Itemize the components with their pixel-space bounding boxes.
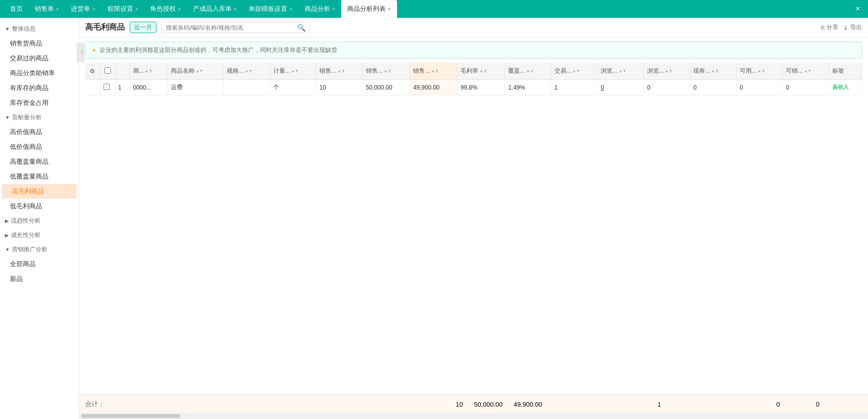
share-button[interactable]: ⎘ 分享: [821, 23, 838, 32]
nav-roles[interactable]: 角色授权 ×: [144, 0, 187, 18]
sort-sales-qty[interactable]: ▲▼: [337, 69, 345, 73]
sidebar-item-low-coverage[interactable]: 低覆盖量商品: [0, 169, 79, 184]
nav-home[interactable]: 首页: [4, 0, 29, 18]
col-coverage[interactable]: 覆盖... ▲▼: [505, 63, 551, 80]
nav-product-analysis[interactable]: 商品分析 ×: [299, 0, 341, 18]
content-area: 高毛利商品 近一月 🔍 ⎘ 分享 ⤓ 导出 ✦ 企业的主要的利润都是这部分商品创…: [79, 18, 868, 419]
col-checkbox[interactable]: [100, 63, 115, 80]
col-transaction[interactable]: 交易... ▲▼: [551, 63, 597, 80]
sidebar-item-traded-goods[interactable]: 交易过的商品: [0, 51, 79, 66]
sort-code[interactable]: ▲▼: [145, 69, 153, 73]
col-sales-profit[interactable]: 销售... ▲▼: [410, 63, 458, 80]
col-code[interactable]: 商... ▲▼: [130, 63, 167, 80]
nav-close-roles[interactable]: ×: [178, 6, 181, 12]
sort-unit[interactable]: ▲▼: [291, 69, 299, 73]
arrow-growth: ▶: [5, 233, 9, 238]
nav-close-permissions[interactable]: ×: [135, 6, 138, 12]
col-name[interactable]: 商品名称 ▲▼: [167, 63, 224, 80]
arrow-marketing: ▼: [5, 247, 10, 252]
sidebar-item-all-goods[interactable]: 全部商品: [0, 257, 79, 272]
sidebar-group-marketing[interactable]: ▼ 营销推广分析: [0, 242, 79, 257]
sort-available-stock[interactable]: ▲▼: [758, 69, 766, 73]
sort-browse2[interactable]: ▲▼: [665, 69, 673, 73]
sidebar-item-new-goods[interactable]: 新品: [0, 272, 79, 286]
nav-product-analysis-list[interactable]: 商品分析列表 ×: [341, 0, 397, 18]
sort-current-stock[interactable]: ▲▼: [711, 69, 719, 73]
scroll-thumb[interactable]: [81, 414, 180, 418]
sort-coverage[interactable]: ▲▼: [526, 69, 534, 73]
table-cell: 99.8%: [458, 80, 505, 95]
col-settings[interactable]: ⚙: [85, 63, 100, 80]
table-cell: 1: [115, 80, 130, 95]
share-icon: ⎘: [821, 24, 824, 31]
sidebar-item-sales-goods[interactable]: 销售货商品: [0, 36, 79, 51]
col-sales-amount[interactable]: 销售... ▲▼: [362, 63, 410, 80]
nav-product-inbound[interactable]: 产成品入库单 ×: [187, 0, 243, 18]
sidebar-collapse-button[interactable]: 《: [77, 43, 85, 62]
page-title: 高毛利商品: [85, 22, 125, 33]
sort-gross-margin[interactable]: ▲▼: [479, 69, 487, 73]
content-header: 高毛利商品 近一月 🔍 ⎘ 分享 ⤓ 导出: [79, 18, 868, 38]
col-browse1[interactable]: 浏览... ▲▼: [598, 63, 644, 80]
nav-permissions[interactable]: 权限设置 ×: [102, 0, 144, 18]
sidebar-item-stock-capital[interactable]: 库存资金占用: [0, 95, 79, 110]
nav-sales[interactable]: 销售单 ×: [29, 0, 65, 18]
table-cell: 高收入: [829, 80, 862, 95]
search-input[interactable]: [166, 24, 297, 31]
sidebar-item-low-value[interactable]: 低价值商品: [0, 140, 79, 154]
footer-sales-profit: 49,900.00: [506, 401, 545, 408]
sidebar-item-low-margin[interactable]: 低毛利商品: [0, 199, 79, 214]
sort-sales-profit[interactable]: ▲▼: [431, 69, 439, 73]
col-sellable-stock[interactable]: 可销... ▲▼: [783, 63, 829, 80]
table-cell: 49,900.00: [410, 80, 458, 95]
horizontal-scrollbar[interactable]: [79, 413, 868, 419]
footer-transaction: 1: [624, 401, 664, 408]
col-browse2[interactable]: 浏览... ▲▼: [644, 63, 690, 80]
export-button[interactable]: ⤓ 导出: [843, 23, 862, 32]
table-cell: [100, 80, 115, 95]
sidebar-item-category-rate[interactable]: 商品分类助销率: [0, 66, 79, 81]
sort-name[interactable]: ▲▼: [196, 69, 204, 73]
period-button[interactable]: 近一月: [130, 22, 156, 33]
browse1-link[interactable]: 0: [601, 84, 604, 91]
footer-available-stock: 0: [783, 401, 822, 408]
sidebar-group-contribution[interactable]: ▼ 贡献量分析: [0, 110, 79, 125]
nav-close-product-analysis-list[interactable]: ×: [388, 6, 391, 12]
search-icon[interactable]: 🔍: [297, 24, 306, 32]
sort-sellable-stock[interactable]: ▲▼: [804, 69, 812, 73]
sort-transaction[interactable]: ▲▼: [572, 69, 580, 73]
nav-template[interactable]: 单据模板设置 ×: [243, 0, 298, 18]
table-header-row: ⚙ 商... ▲▼ 商品名称: [85, 63, 862, 80]
nav-close-template[interactable]: ×: [289, 6, 292, 12]
sidebar-item-high-value[interactable]: 高价值商品: [0, 125, 79, 140]
data-table: ⚙ 商... ▲▼ 商品名称: [85, 63, 862, 95]
col-sales-qty[interactable]: 销售... ▲▼: [316, 63, 362, 80]
sort-spec[interactable]: ▲▼: [245, 69, 253, 73]
window-close-button[interactable]: ×: [852, 4, 864, 13]
nav-close-product-analysis[interactable]: ×: [332, 6, 335, 12]
sidebar-group-trend[interactable]: ▶ 流趋性分析: [0, 214, 79, 228]
nav-close-purchase[interactable]: ×: [92, 6, 95, 12]
nav-close-sales[interactable]: ×: [56, 6, 59, 12]
sort-browse1[interactable]: ▲▼: [618, 69, 626, 73]
top-navigation: 首页 销售单 × 进货单 × 权限设置 × 角色授权 × 产成品入库单 × 单据…: [0, 0, 868, 18]
col-available-stock[interactable]: 可用... ▲▼: [736, 63, 782, 80]
sidebar-item-high-coverage[interactable]: 高覆盖量商品: [0, 154, 79, 169]
col-unit[interactable]: 计量... ▲▼: [270, 63, 316, 80]
col-spec[interactable]: 规格... ▲▼: [224, 63, 270, 80]
sidebar-group-overall[interactable]: ▼ 整体信息: [0, 22, 79, 36]
table-cell: 0: [644, 80, 690, 95]
sidebar-item-high-margin[interactable]: 高毛利商品: [2, 184, 77, 199]
select-all-checkbox[interactable]: [104, 67, 111, 74]
tag-badge: 高收入: [832, 84, 849, 90]
nav-close-product-inbound[interactable]: ×: [234, 6, 237, 12]
nav-purchase[interactable]: 进货单 ×: [65, 0, 101, 18]
sidebar-group-growth[interactable]: ▶ 成长性分析: [0, 228, 79, 242]
sidebar-item-stock-goods[interactable]: 有库存的商品: [0, 81, 79, 95]
table-cell: 个: [270, 80, 316, 95]
col-current-stock[interactable]: 现有... ▲▼: [690, 63, 736, 80]
col-gross-margin[interactable]: 毛利率 ▲▼: [458, 63, 505, 80]
footer-current-stock: 0: [743, 401, 783, 408]
sort-sales-amount[interactable]: ▲▼: [384, 69, 392, 73]
row-checkbox[interactable]: [103, 84, 110, 90]
